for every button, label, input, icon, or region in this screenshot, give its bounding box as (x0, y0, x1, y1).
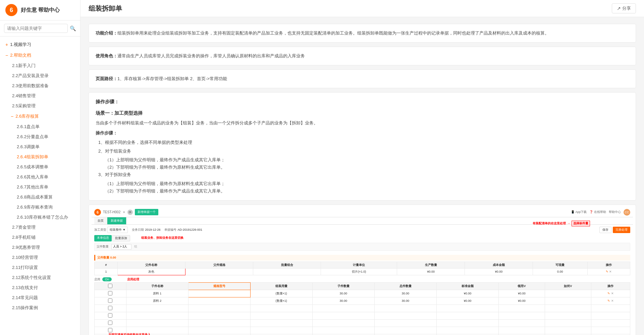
sidebar-item-faq[interactable]: 2.14常见问题 (0, 293, 80, 303)
share-button[interactable]: ↗ 分享 (612, 3, 636, 13)
mock-child-col-assembly-qty: 组装用量 (250, 282, 312, 290)
sidebar-item-ledger-fix[interactable]: 2.6.10库存账本错了怎么办 (0, 212, 80, 222)
sidebar-header: 6 好生意 帮助中心 (0, 0, 80, 20)
mock-inner-tabs: 本单信息 批量添加 (94, 235, 130, 241)
mock-child-row2-name: 原料 2 (126, 297, 188, 304)
mock-row5-check[interactable] (108, 321, 112, 325)
mock-save-btn[interactable]: 保存 (599, 227, 611, 233)
mock-series-field: 单据编号 AD-20191226-001 (164, 228, 202, 232)
sidebar-item-other-in[interactable]: 2.6.6其他入库单 (0, 172, 80, 182)
mock-row4-check[interactable] (108, 313, 112, 318)
sidebar-item-transfer[interactable]: 2.6.3调拨单 (0, 142, 80, 152)
expand-icon-1: + (5, 42, 8, 47)
mock-child-row3-std-amt (436, 304, 498, 312)
mock-edit-icon[interactable]: ✎ (606, 270, 608, 273)
mock-tab-batch[interactable]: 批量添加 (112, 235, 130, 241)
mock-topbar: 6 TEST-H002 ▼ ⟳ 新增单据一个 📱 App下载 ❓ 在线帮助 帮助… (92, 208, 633, 217)
mock-app-store: 📱 App下载 (571, 210, 587, 214)
sidebar-label-videos: 1.视频学习 (10, 42, 31, 48)
sidebar-item-docs[interactable]: − 2.帮助文档 (0, 50, 80, 61)
mock-child-col-spec: 规格型号 (188, 282, 250, 290)
nav-section-2: − 2.帮助文档 2.1新手入门 2.2产品安装及登录 2.3使用前数据准备 2… (0, 50, 80, 313)
sidebar-item-mobile[interactable]: 2.8手机旺铺 (0, 232, 80, 242)
mock-child-row1-use: ¥0.00 (498, 290, 545, 297)
mock-confirm-btn[interactable]: 完善处理 (613, 227, 630, 233)
mock-tab-assembly[interactable]: 本单信息 (94, 235, 112, 241)
share-icon: ↗ (617, 6, 621, 11)
mock-child-row1-action[interactable]: ✎ ✕ (591, 290, 630, 297)
sidebar-item-print[interactable]: 2.11打印设置 (0, 263, 80, 273)
mock-del-icon[interactable]: ✕ (609, 270, 612, 273)
logo-text: 好生意 帮助中心 (21, 7, 60, 14)
sidebar-item-purchase[interactable]: 2.5采购管理 (0, 101, 80, 111)
mock-tab-new[interactable]: 新建单据 (107, 217, 126, 224)
sidebar-item-assembly[interactable]: 2.6.4组装拆卸单 (0, 152, 80, 162)
sidebar-item-cost-recalc[interactable]: 2.6.8商品成本重算 (0, 192, 80, 202)
mock-col-unit: 计量单位 (321, 262, 397, 268)
search-button[interactable]: 🔍 (70, 25, 76, 32)
sidebar-item-install[interactable]: 2.2产品安装及登录 (0, 71, 80, 81)
mock-child-row5-how (545, 319, 591, 327)
mock-child-row3-assy-qty (250, 304, 312, 312)
mock-enable-toggle[interactable]: On (102, 277, 112, 281)
mock-dropdown-icon: ▼ (122, 211, 125, 214)
mock-lower-table-section: 子件名称 规格型号 组装用量 子件数量 总件数量 标准金额 领用V 如何V 操作 (92, 282, 633, 335)
mock-row-unit: 切片(×1.0) (321, 268, 397, 275)
mock-col-batch: 批量组合 (253, 262, 321, 268)
mock-row3-check[interactable] (108, 306, 112, 310)
mock-child-row2-del-icon[interactable]: ✕ (611, 299, 614, 302)
mock-child-row2-edit-icon[interactable]: ✎ (607, 299, 610, 302)
annotation5-text: 无固定清单可供组装在这里录入 (108, 333, 151, 335)
sidebar-item-ops-mgmt[interactable]: 2.10经营管理 (0, 253, 80, 263)
mock-row-action[interactable]: ✎ ✕ (587, 268, 630, 275)
sidebar-item-finance[interactable]: 2.7资金管理 (0, 222, 80, 232)
sidebar-item-sales[interactable]: 2.4销售管理 (0, 91, 80, 101)
sidebar-item-videos[interactable]: + 1.视频学习 (0, 39, 80, 50)
sidebar-item-cases[interactable]: 2.15操作案例 (0, 303, 80, 313)
mock-row1-check[interactable] (108, 291, 112, 295)
mock-parent-table-body: 1 灰色 切片(×1.0) ¥0.00 ¥0.00 0.00 ✎ (95, 268, 630, 275)
mock-row2-check[interactable] (108, 298, 112, 303)
mock-child-row5-assy-qty (250, 319, 312, 327)
sidebar-item-partial-stocktake[interactable]: 2.6.2分量盘点单 (0, 132, 80, 142)
sidebar-item-stocktake[interactable]: 2.6.1盘点单 (0, 122, 80, 132)
annotation3-text: 组装业务、拆卸业务在这里切换 (141, 236, 183, 239)
search-input[interactable] (4, 24, 68, 33)
sidebar-item-newbie[interactable]: 2.1新手入门 (0, 61, 80, 71)
sidebar-item-inventory[interactable]: − 2.6库存核算 (0, 111, 80, 122)
sidebar-item-ledger-query[interactable]: 2.6.9库存账本查询 (0, 202, 80, 212)
mock-child-row2-action[interactable]: ✎ ✕ (591, 297, 630, 304)
mock-child-row1-check (95, 290, 126, 297)
annotation-1: 有装配清单的在这里处理 → 选择标件量 (533, 221, 590, 226)
sidebar-item-settings[interactable]: 2.12系统个性化设置 (0, 273, 80, 283)
steps-list: 1、根据不同的业务，选择不同单据的类型来处理 2、对于组装业务 （1）上部明细为… (98, 139, 629, 195)
mock-row6-check[interactable] (108, 328, 112, 332)
annotation1-arrow: → (567, 222, 570, 225)
mock-new-btn[interactable]: 新增单据一个 (135, 209, 158, 215)
mock-col-ops: 操作 (587, 262, 630, 268)
mock-child-edit-icon[interactable]: ✎ (607, 292, 610, 295)
mock-tab-list[interactable]: 自页 (94, 217, 107, 224)
role-section: 使用角色：通常由生产人员或库管人员完成拆装业务的操作，库管人员确认原材料的出库和… (89, 47, 636, 65)
mock-select-all[interactable] (108, 284, 112, 288)
mock-row-avail: 0.00 (533, 268, 587, 275)
role-label: 使用角色： (96, 53, 117, 58)
mock-qty-input[interactable] (111, 244, 131, 249)
mock-child-col-name: 子件名称 (126, 282, 188, 290)
mock-refresh-icon: ⟳ (127, 210, 133, 215)
sidebar-item-cost-adj[interactable]: 2.6.5成本调整单 (0, 162, 80, 172)
main-content: 功能介绍：组装拆卸单用来处理企业组装或拆卸等加工业务，支持有固定装配清单的产品加… (80, 17, 644, 335)
sidebar-item-coupon[interactable]: 2.9优惠券管理 (0, 242, 80, 253)
mock-child-row6-total-qty (374, 327, 436, 334)
sidebar-item-other-out[interactable]: 2.6.7其他出库单 (0, 182, 80, 192)
scenario1-heading: 场景一：加工类型选择 (96, 109, 629, 117)
mock-type-value[interactable]: 组装整件 ▼ (107, 227, 128, 233)
mock-child-row6-use (498, 327, 545, 334)
step-2: 2、对于组装业务 (98, 148, 629, 155)
sidebar-item-data-prep[interactable]: 2.3使用前数据准备 (0, 81, 80, 91)
mock-match-btn[interactable]: 选择标件量 (572, 221, 590, 226)
mock-child-row4-use (498, 312, 545, 319)
mock-child-del-icon[interactable]: ✕ (611, 292, 614, 295)
sidebar-item-payment[interactable]: 2.13在线支付 (0, 283, 80, 293)
mock-row-num: 1 (95, 268, 118, 275)
